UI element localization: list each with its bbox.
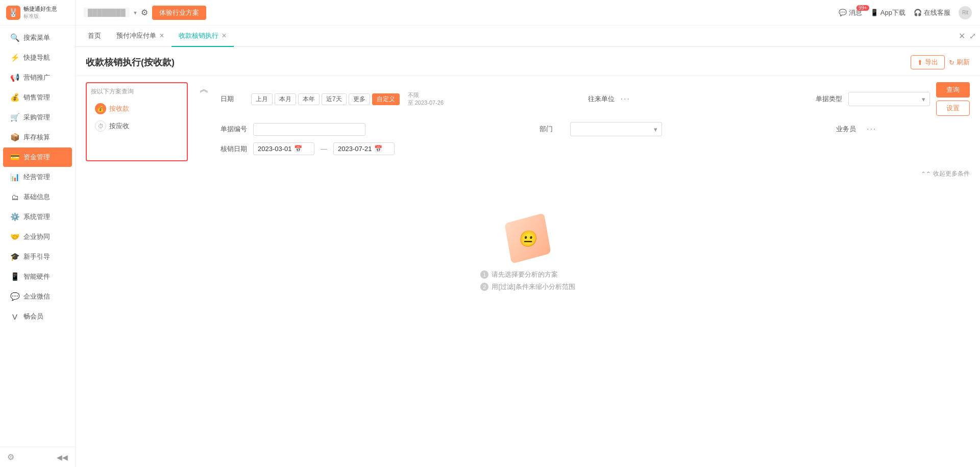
sidebar-item-0[interactable]: 🔍 搜索菜单 xyxy=(3,28,72,47)
writeoff-date-end[interactable]: 2023-07-21 📅 xyxy=(333,142,395,155)
export-icon: ⬆ xyxy=(917,59,923,66)
sidebar-item-14[interactable]: V 畅会员 xyxy=(3,307,72,326)
date-this-month-btn[interactable]: 本月 xyxy=(275,93,296,105)
counterparty-input[interactable]: ··· xyxy=(621,94,672,104)
sidebar-item-1[interactable]: ⚡ 快捷导航 xyxy=(3,48,72,67)
date-last-7-days-btn[interactable]: 近7天 xyxy=(322,93,347,105)
sidebar-item-10[interactable]: 🤝 企业协同 xyxy=(3,227,72,247)
sidebar-item-12[interactable]: 📱 智能硬件 xyxy=(3,267,72,286)
topbar-right: 💬 消息 99+ 📱 App下载 🎧 在线客服 Rit xyxy=(839,6,972,19)
sidebar-item-5[interactable]: 📦 库存核算 xyxy=(3,128,72,147)
refresh-icon: ↻ xyxy=(949,59,954,66)
nav-label-2: 营销推广 xyxy=(23,73,50,82)
app-download-btn[interactable]: 📱 App下载 xyxy=(870,8,905,17)
user-avatar[interactable]: Rit xyxy=(959,6,972,19)
tab-home[interactable]: 首页 xyxy=(80,26,109,47)
nav-label-10: 企业协同 xyxy=(23,232,50,241)
empty-state: 😐 1 请先选择要分析的方案 2 用[过滤]条件来缩小分析范围 xyxy=(76,182,980,322)
calendar-icon-end: 📅 xyxy=(374,145,382,153)
tab-close-0[interactable]: ✕ xyxy=(159,32,164,39)
tip-text-2: 用[过滤]条件来缩小分析范围 xyxy=(492,282,575,291)
writeoff-date-label: 核销日期 xyxy=(220,144,247,154)
tab-label-0: 预付冲应付单 xyxy=(116,31,156,40)
page-header: 收款核销执行(按收款) ⬆ 导出 ↻ 刷新 xyxy=(76,47,980,76)
logo-name: 畅捷通好生意 xyxy=(23,5,57,12)
nav-icon-14: V xyxy=(10,312,19,321)
filter-option-by-receivable[interactable]: ⏱ 按应收 xyxy=(91,117,183,135)
sidebar-item-7[interactable]: 📊 经营管理 xyxy=(3,167,72,187)
sidebar-item-8[interactable]: 🗂 基础信息 xyxy=(3,187,72,207)
sidebar-item-3[interactable]: 💰 销售管理 xyxy=(3,88,72,107)
sidebar-item-4[interactable]: 🛒 采购管理 xyxy=(3,108,72,127)
voucher-no-input[interactable] xyxy=(253,123,365,136)
nav-label-12: 智能硬件 xyxy=(23,272,50,281)
industry-btn[interactable]: 体验行业方案 xyxy=(152,6,206,20)
sidebar-item-2[interactable]: 📢 营销推广 xyxy=(3,68,72,87)
app-download-label: App下载 xyxy=(880,8,905,17)
date-more-btn[interactable]: 更多 xyxy=(349,93,370,105)
voucher-type-label: 单据类型 xyxy=(816,94,842,104)
salesperson-input[interactable]: ··· xyxy=(867,125,918,134)
tip-num-1: 1 xyxy=(480,271,488,279)
app-icon: 📱 xyxy=(870,9,878,16)
chevron-down-icon[interactable]: ▾ xyxy=(134,9,137,16)
nav-label-13: 企业微信 xyxy=(23,292,50,301)
export-btn[interactable]: ⬆ 导出 xyxy=(911,55,945,69)
main-area: ████████ ▾ ⚙ 体验行业方案 💬 消息 99+ 📱 App下载 🎧 在… xyxy=(76,0,980,467)
gear-icon-top[interactable]: ⚙ xyxy=(141,8,148,17)
tab-bar-actions: ✕ ⤢ xyxy=(959,31,976,41)
message-btn[interactable]: 💬 消息 99+ xyxy=(839,8,862,17)
close-tab-btn[interactable]: ✕ xyxy=(959,31,965,41)
sidebar-item-6[interactable]: 💳 资金管理 xyxy=(3,148,72,167)
sidebar-item-13[interactable]: 💬 企业微信 xyxy=(3,287,72,306)
tab-item-1[interactable]: 收款核销执行 ✕ xyxy=(172,26,234,47)
collapse-sidebar-btn[interactable]: ◀◀ xyxy=(57,453,68,461)
writeoff-date-start-value: 2023-03-01 xyxy=(258,145,292,153)
refresh-btn[interactable]: ↻ 刷新 xyxy=(949,55,970,69)
collapse-more-btn[interactable]: ⌃⌃ 收起更多条件 xyxy=(76,167,980,182)
header-actions: ⬆ 导出 ↻ 刷新 xyxy=(911,55,970,69)
service-btn[interactable]: 🎧 在线客服 xyxy=(914,8,950,17)
empty-text: 1 请先选择要分析的方案 2 用[过滤]条件来缩小分析范围 xyxy=(480,270,575,291)
date-this-year-btn[interactable]: 本年 xyxy=(298,93,320,105)
date-separator: — xyxy=(321,145,327,153)
nav-icon-11: 🎓 xyxy=(10,252,19,261)
collapse-icon: ⌃⌃ xyxy=(921,170,931,178)
nav-label-6: 资金管理 xyxy=(23,153,50,162)
tab-item-0[interactable]: 预付冲应付单 ✕ xyxy=(109,26,172,47)
query-btn[interactable]: 查询 xyxy=(936,82,970,97)
sidebar-item-11[interactable]: 🎓 新手引导 xyxy=(3,247,72,266)
date-to-display: 至 2023-07-26 xyxy=(408,99,444,107)
department-chevron: ▾ xyxy=(654,126,657,133)
writeoff-date-end-value: 2023-07-21 xyxy=(338,145,372,153)
nav-label-0: 搜索菜单 xyxy=(23,33,50,42)
writeoff-date-start[interactable]: 2023-03-01 📅 xyxy=(253,142,314,155)
voucher-type-select[interactable]: ▾ xyxy=(848,92,930,106)
sidebar-bottom: ⚙ ◀◀ xyxy=(0,447,75,467)
salesperson-label: 业务员 xyxy=(836,125,861,134)
page-content: 收款核销执行(按收款) ⬆ 导出 ↻ 刷新 按以下方案查询 xyxy=(76,47,980,467)
department-select[interactable]: ▾ xyxy=(570,122,662,136)
settings-icon[interactable]: ⚙ xyxy=(7,452,14,462)
filter-collapse-btn[interactable]: 《 xyxy=(196,84,212,88)
date-last-month-btn[interactable]: 上月 xyxy=(251,93,273,105)
date-quick-btns: 上月 本月 本年 近7天 更多 自定义 xyxy=(251,93,400,105)
logo-area: 🐰 畅捷通好生意 标准版 xyxy=(0,0,75,26)
empty-tip-1: 1 请先选择要分析的方案 xyxy=(480,270,575,279)
date-custom-btn[interactable]: 自定义 xyxy=(372,93,400,105)
filter-option-by-receipt[interactable]: 💰 按收款 xyxy=(91,100,183,117)
collapse-more-label: 收起更多条件 xyxy=(933,169,970,178)
btn-col: 查询 设置 xyxy=(936,82,970,116)
tab-close-1[interactable]: ✕ xyxy=(222,32,227,39)
nav-icon-2: 📢 xyxy=(10,73,19,82)
expand-tab-btn[interactable]: ⤢ xyxy=(969,31,976,41)
page-inner: 收款核销执行(按收款) ⬆ 导出 ↻ 刷新 按以下方案查询 xyxy=(76,47,980,467)
settings-form-btn[interactable]: 设置 xyxy=(936,101,970,116)
nav-icon-12: 📱 xyxy=(10,272,19,281)
counterparty-label: 往来单位 xyxy=(588,94,615,104)
nav-label-4: 采购管理 xyxy=(23,113,50,122)
nav-label-8: 基础信息 xyxy=(23,192,50,202)
sidebar-item-9[interactable]: ⚙️ 系统管理 xyxy=(3,207,72,227)
query-form: 日期 上月 本月 本年 近7天 更多 自定义 xyxy=(220,82,970,161)
voucher-type-chevron: ▾ xyxy=(922,95,925,103)
